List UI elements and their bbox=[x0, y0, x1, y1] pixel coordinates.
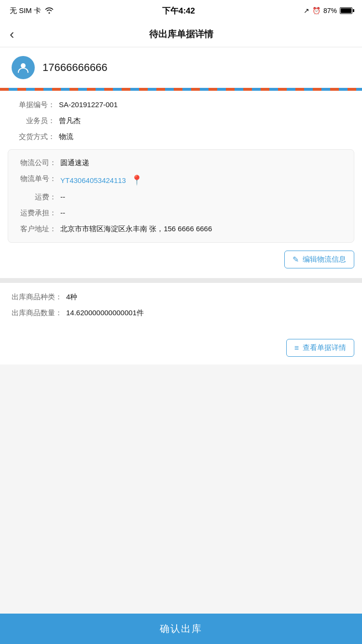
battery-icon bbox=[340, 7, 352, 14]
goods-section: 出库商品种类： 4种 出库商品数量： 14.620000000000001件 bbox=[0, 283, 362, 334]
edit-logistics-container: ✎ 编辑物流信息 bbox=[0, 251, 362, 276]
salesperson-row: 业务员： 曾凡杰 bbox=[12, 116, 350, 126]
customer-header: 17666666666 bbox=[0, 47, 362, 88]
customer-phone: 17666666666 bbox=[42, 61, 108, 74]
document-icon: ≡ bbox=[294, 344, 299, 352]
avatar bbox=[12, 56, 35, 79]
battery-text: 87% bbox=[323, 7, 337, 14]
edit-icon: ✎ bbox=[292, 255, 299, 264]
confirm-button[interactable]: 确认出库 bbox=[0, 622, 362, 635]
alarm-icon: ⏰ bbox=[312, 7, 320, 14]
logistics-tracking-value: YT43064053424113 📍 bbox=[60, 174, 344, 186]
delivery-method-row: 交货方式： 物流 bbox=[12, 132, 350, 141]
back-button[interactable]: ‹ bbox=[10, 28, 14, 41]
freight-bearer-row: 运费承担： -- bbox=[18, 209, 344, 218]
tracking-number: YT43064053424113 bbox=[60, 176, 126, 184]
status-right: ↗ ⏰ 87% bbox=[304, 7, 352, 14]
carrier-text: 无 SIM 卡 bbox=[10, 6, 41, 15]
logistics-company-value: 圆通速递 bbox=[60, 158, 344, 168]
address-row: 客户地址： 北京市市辖区海淀区永丰南 张，156 6666 6666 bbox=[18, 224, 344, 234]
location-icon[interactable]: 📍 bbox=[131, 174, 143, 186]
bottom-spacer bbox=[0, 364, 362, 480]
page-title: 待出库单据详情 bbox=[149, 28, 213, 41]
goods-quantity-value: 14.620000000000001件 bbox=[66, 308, 144, 318]
order-info-section: 单据编号： SA-20191227-001 业务员： 曾凡杰 交货方式： 物流 bbox=[0, 91, 362, 149]
delivery-method-value: 物流 bbox=[59, 132, 350, 141]
salesperson-value: 曾凡杰 bbox=[59, 116, 350, 126]
freight-row: 运费： -- bbox=[18, 193, 344, 202]
logistics-section: 物流公司： 圆通速递 物流单号： YT43064053424113 📍 运费： … bbox=[0, 149, 362, 278]
goods-type-label: 出库商品种类： bbox=[12, 293, 62, 302]
logistics-company-row: 物流公司： 圆通速递 bbox=[18, 158, 344, 168]
freight-bearer-label: 运费承担： bbox=[18, 209, 56, 218]
status-left: 无 SIM 卡 bbox=[10, 6, 54, 15]
goods-quantity-label: 出库商品数量： bbox=[12, 308, 62, 318]
view-detail-button[interactable]: ≡ 查看单据详情 bbox=[286, 339, 354, 357]
goods-quantity-row: 出库商品数量： 14.620000000000001件 bbox=[12, 308, 350, 318]
order-no-value: SA-20191227-001 bbox=[59, 100, 350, 109]
edit-logistics-label: 编辑物流信息 bbox=[303, 255, 346, 264]
edit-logistics-button[interactable]: ✎ 编辑物流信息 bbox=[284, 251, 354, 268]
section-divider bbox=[0, 278, 362, 283]
freight-value: -- bbox=[60, 193, 344, 201]
delivery-method-label: 交货方式： bbox=[12, 132, 55, 141]
status-bar: 无 SIM 卡 下午4:42 ↗ ⏰ 87% bbox=[0, 0, 362, 21]
confirm-btn-container: 确认出库 bbox=[0, 614, 362, 644]
svg-point-0 bbox=[21, 63, 26, 68]
salesperson-label: 业务员： bbox=[12, 116, 55, 126]
wifi-icon bbox=[45, 7, 54, 15]
location-status-icon: ↗ bbox=[304, 7, 309, 14]
logistics-card: 物流公司： 圆通速递 物流单号： YT43064053424113 📍 运费： … bbox=[8, 149, 354, 243]
logistics-company-label: 物流公司： bbox=[18, 158, 56, 168]
freight-label: 运费： bbox=[18, 193, 56, 202]
nav-bar: ‹ 待出库单据详情 bbox=[0, 21, 362, 47]
order-no-label: 单据编号： bbox=[12, 100, 55, 110]
address-value: 北京市市辖区海淀区永丰南 张，156 6666 6666 bbox=[60, 224, 344, 234]
order-no-row: 单据编号： SA-20191227-001 bbox=[12, 100, 350, 110]
view-detail-label: 查看单据详情 bbox=[303, 343, 346, 352]
freight-bearer-value: -- bbox=[60, 209, 344, 217]
goods-type-row: 出库商品种类： 4种 bbox=[12, 293, 350, 302]
logistics-tracking-label: 物流单号： bbox=[18, 174, 56, 183]
logistics-tracking-row: 物流单号： YT43064053424113 📍 bbox=[18, 174, 344, 186]
goods-type-value: 4种 bbox=[66, 293, 77, 302]
address-label: 客户地址： bbox=[18, 224, 56, 234]
status-time: 下午4:42 bbox=[162, 5, 195, 16]
view-detail-container: ≡ 查看单据详情 bbox=[0, 334, 362, 364]
